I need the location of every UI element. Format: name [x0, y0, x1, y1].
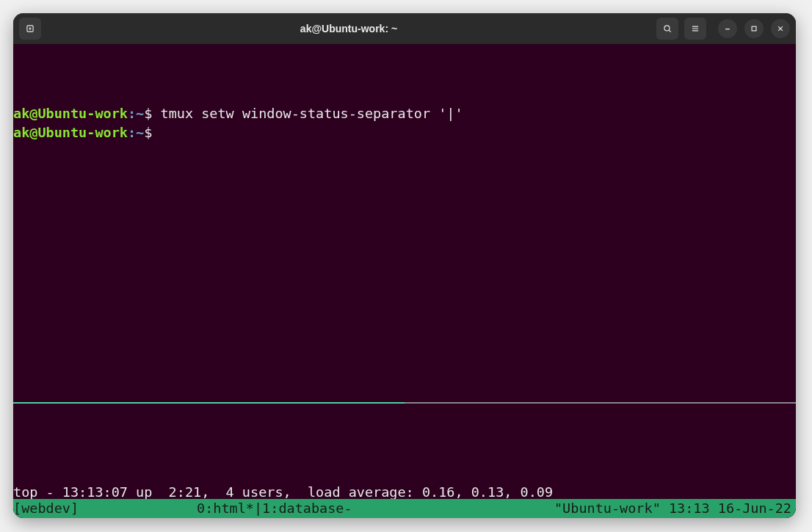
prompt-path: ~: [136, 125, 144, 140]
divider-inactive: [405, 402, 796, 404]
tmux-pane-top[interactable]: ak@Ubuntu-work:~$ tmux setw window-statu…: [13, 82, 796, 161]
top-summary-line: top - 13:13:07 up 2:21, 4 users, load av…: [13, 484, 553, 500]
tmux-status-bar[interactable]: [webdev] 0:html*|1:database- "Ubuntu-wor…: [13, 499, 796, 518]
search-button[interactable]: [656, 18, 678, 40]
tmux-session-name[interactable]: [webdev]: [13, 499, 79, 518]
prompt-symbol: $: [144, 125, 152, 140]
terminal-window: ak@Ubuntu-work: ~ ak@Ubuntu-wor: [13, 13, 796, 518]
minimize-button[interactable]: [718, 19, 737, 38]
svg-rect-9: [752, 26, 756, 31]
menu-button[interactable]: [684, 18, 706, 40]
prompt-user: ak@Ubuntu-work: [13, 125, 128, 140]
window-title: ak@Ubuntu-work: ~: [46, 23, 652, 34]
close-button[interactable]: [771, 19, 790, 38]
prompt-user: ak@Ubuntu-work: [13, 106, 128, 121]
tmux-window-list[interactable]: 0:html*|1:database-: [197, 499, 352, 518]
tmux-status-right: "Ubuntu-work" 13:13 16-Jun-22: [554, 499, 791, 518]
command-1: tmux setw window-status-separator '|': [161, 106, 463, 121]
prompt-path: ~: [136, 106, 144, 121]
svg-line-4: [669, 30, 671, 32]
new-tab-button[interactable]: [19, 18, 41, 40]
divider-active: [13, 402, 405, 404]
svg-point-3: [664, 26, 670, 31]
tmux-pane-divider[interactable]: [13, 402, 796, 404]
prompt-symbol: $: [144, 106, 152, 121]
titlebar: ak@Ubuntu-work: ~: [13, 13, 796, 44]
maximize-button[interactable]: [744, 19, 764, 38]
terminal-body[interactable]: ak@Ubuntu-work:~$ tmux setw window-statu…: [13, 44, 796, 518]
